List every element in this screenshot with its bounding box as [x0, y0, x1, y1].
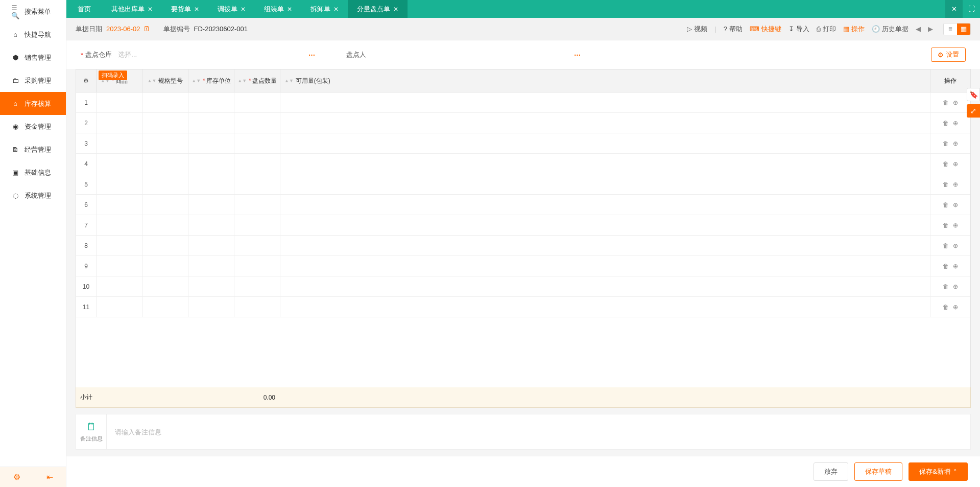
col-qty[interactable]: ▲▼*盘点数量 [234, 69, 280, 92]
cell-unit[interactable] [188, 215, 234, 235]
cell-spec[interactable] [142, 174, 188, 194]
cell-avail[interactable] [280, 297, 930, 317]
close-all-tabs-icon[interactable]: ✕ [945, 0, 963, 18]
cell-product[interactable] [97, 276, 142, 296]
table-row[interactable]: 5 🗑 ⊕ [76, 174, 970, 195]
tab[interactable]: 分量盘点单✕ [348, 0, 408, 18]
save-new-button[interactable]: 保存&新增˄ [909, 462, 968, 481]
floater-tag-icon[interactable]: 🔖 [967, 88, 980, 101]
add-row-icon[interactable]: ⊕ [953, 242, 958, 249]
date-value[interactable]: 2023-06-02 [106, 25, 140, 33]
operate-button[interactable]: ▦操作 [843, 25, 865, 34]
cell-qty[interactable] [234, 92, 280, 112]
cell-spec[interactable] [142, 113, 188, 133]
tab-close-icon[interactable]: ✕ [287, 6, 292, 13]
cell-spec[interactable] [142, 256, 188, 276]
cell-qty[interactable] [234, 297, 280, 317]
cell-unit[interactable] [188, 154, 234, 174]
col-spec[interactable]: ▲▼规格型号 [142, 69, 188, 92]
cell-avail[interactable] [280, 92, 930, 112]
cell-unit[interactable] [188, 195, 234, 215]
add-row-icon[interactable]: ⊕ [953, 304, 958, 311]
fullscreen-icon[interactable]: ⛶ [963, 0, 980, 18]
print-button[interactable]: ⎙打印 [817, 25, 836, 34]
add-row-icon[interactable]: ⊕ [953, 222, 958, 229]
sidebar-item[interactable]: ⌂快捷导航 [0, 23, 66, 46]
floater-expand-icon[interactable]: ⤢ [967, 104, 980, 118]
delete-row-icon[interactable]: 🗑 [943, 304, 949, 311]
operator-input[interactable] [372, 49, 571, 61]
cell-product[interactable] [97, 154, 142, 174]
cell-avail[interactable] [280, 256, 930, 276]
col-product[interactable]: 扫码录入 ▲▼*商品 [97, 69, 142, 92]
cell-spec[interactable] [142, 236, 188, 256]
cell-qty[interactable] [234, 276, 280, 296]
cell-qty[interactable] [234, 195, 280, 215]
tab-close-icon[interactable]: ✕ [333, 6, 339, 13]
cell-product[interactable] [97, 297, 142, 317]
tab[interactable]: 调拨单✕ [208, 0, 255, 18]
table-row[interactable]: 7 🗑 ⊕ [76, 215, 970, 236]
delete-row-icon[interactable]: 🗑 [943, 283, 949, 290]
cell-avail[interactable] [280, 154, 930, 174]
cell-spec[interactable] [142, 297, 188, 317]
cell-avail[interactable] [280, 133, 930, 153]
add-row-icon[interactable]: ⊕ [953, 263, 958, 270]
add-row-icon[interactable]: ⊕ [953, 181, 958, 188]
tab[interactable]: 其他出库单✕ [102, 0, 162, 18]
delete-row-icon[interactable]: 🗑 [943, 140, 949, 147]
sort-icon[interactable]: ▲▼ [284, 80, 294, 82]
delete-row-icon[interactable]: 🗑 [943, 181, 949, 188]
sort-icon[interactable]: ▲▼ [192, 80, 201, 82]
calendar-icon[interactable]: 🗓 [144, 25, 150, 33]
tab-close-icon[interactable]: ✕ [393, 6, 398, 13]
table-row[interactable]: 6 🗑 ⊕ [76, 195, 970, 215]
table-row[interactable]: 8 🗑 ⊕ [76, 236, 970, 256]
cell-qty[interactable] [234, 113, 280, 133]
warehouse-input[interactable] [118, 49, 305, 61]
cell-unit[interactable] [188, 256, 234, 276]
cell-unit[interactable] [188, 236, 234, 256]
sidebar-item[interactable]: 🗎经营管理 [0, 138, 66, 161]
cell-spec[interactable] [142, 195, 188, 215]
cell-unit[interactable] [188, 297, 234, 317]
settings-button[interactable]: ⚙设置 [931, 48, 966, 62]
add-row-icon[interactable]: ⊕ [953, 283, 958, 290]
view-list-icon[interactable]: ≡ [944, 24, 957, 35]
cell-spec[interactable] [142, 215, 188, 235]
delete-row-icon[interactable]: 🗑 [943, 120, 949, 127]
scan-badge[interactable]: 扫码录入 [99, 71, 127, 80]
import-button[interactable]: ↧导入 [788, 25, 809, 34]
tab-close-icon[interactable]: ✕ [241, 6, 246, 13]
view-grid-icon[interactable]: ▦ [957, 24, 970, 35]
sidebar-item[interactable]: ⌂库存核算 [0, 92, 66, 115]
tab[interactable]: 首页 [66, 0, 102, 18]
cell-qty[interactable] [234, 133, 280, 153]
cell-unit[interactable] [188, 276, 234, 296]
sidebar-item[interactable]: ☰🔍搜索菜单 [0, 0, 66, 23]
cell-avail[interactable] [280, 174, 930, 194]
delete-row-icon[interactable]: 🗑 [943, 242, 949, 249]
help-button[interactable]: ?帮助 [724, 25, 743, 34]
table-row[interactable]: 9 🗑 ⊕ [76, 256, 970, 276]
cell-spec[interactable] [142, 276, 188, 296]
add-row-icon[interactable]: ⊕ [953, 140, 958, 147]
add-row-icon[interactable]: ⊕ [953, 201, 958, 208]
cell-qty[interactable] [234, 236, 280, 256]
cell-spec[interactable] [142, 92, 188, 112]
delete-row-icon[interactable]: 🗑 [943, 222, 949, 229]
table-row[interactable]: 11 🗑 ⊕ [76, 297, 970, 317]
cell-product[interactable] [97, 236, 142, 256]
table-row[interactable]: 3 🗑 ⊕ [76, 133, 970, 154]
sidebar-item[interactable]: 🗀采购管理 [0, 69, 66, 92]
cell-avail[interactable] [280, 215, 930, 235]
tab[interactable]: 组装单✕ [255, 0, 301, 18]
prev-icon[interactable]: ◀ [916, 25, 921, 33]
add-row-icon[interactable]: ⊕ [953, 99, 958, 106]
cell-spec[interactable] [142, 133, 188, 153]
delete-row-icon[interactable]: 🗑 [943, 99, 949, 106]
sidebar-item[interactable]: ▣基础信息 [0, 161, 66, 184]
discard-button[interactable]: 放弃 [814, 462, 848, 481]
add-row-icon[interactable]: ⊕ [953, 160, 958, 168]
add-row-icon[interactable]: ⊕ [953, 120, 958, 127]
